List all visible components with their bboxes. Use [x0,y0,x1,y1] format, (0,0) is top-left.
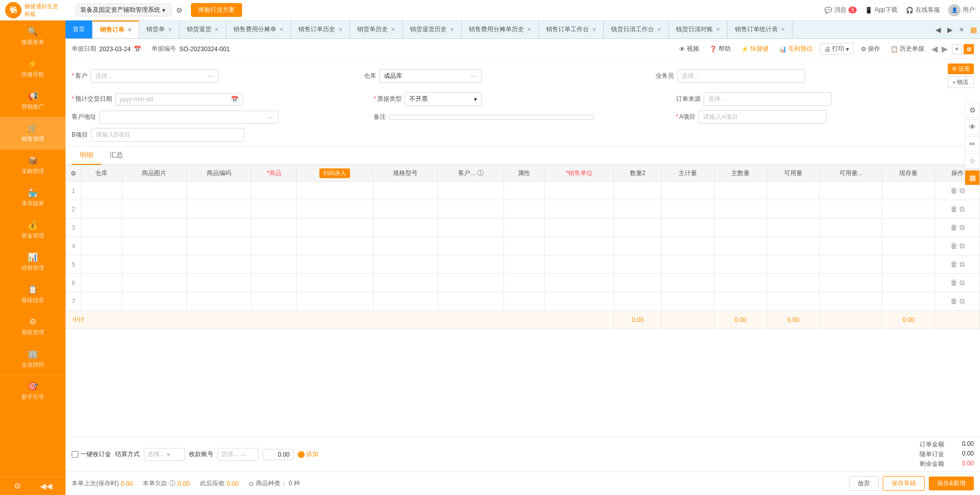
nav-tab-4[interactable]: 销售费用分摊单✕ [226,20,291,38]
copy-row-7[interactable]: ⧉ [960,297,965,306]
cell-6-2[interactable] [122,274,186,292]
cell-5-14[interactable] [819,255,882,274]
close-tab-10[interactable]: ✕ [657,27,661,32]
close-tab-9[interactable]: ✕ [592,27,596,32]
warehouse-input[interactable]: 成品库 ··· [379,69,482,83]
sidebar-item-enterprise[interactable]: 🏢企业协同 [0,343,66,375]
profit-action[interactable]: 📊 毛利预估 [776,44,816,54]
th-warehouse[interactable]: 仓库 [81,165,122,182]
app-download-button[interactable]: 📱 App下载 [865,6,898,14]
cell-7-7[interactable] [438,292,504,311]
cell-1-13[interactable] [767,182,819,200]
settings-bottom-icon[interactable]: ⚙ [14,481,21,491]
cell-1-1[interactable] [81,182,122,200]
save-draft-button[interactable]: 保存草稿 [883,476,925,491]
side-edit-btn[interactable]: ✏ [965,136,980,152]
cell-4-12[interactable] [714,237,767,255]
calendar-icon[interactable]: 📅 [134,46,141,53]
cell-6-8[interactable] [504,274,545,292]
delivery-date-input[interactable]: yyyy-mm-dd 📅 [115,93,243,105]
cell-4-13[interactable] [767,237,819,255]
copy-row-4[interactable]: ⧉ [960,242,965,250]
cell-2-11[interactable] [661,200,714,219]
th-qty2[interactable]: 数量2 [614,165,662,182]
sidebar-item-guide[interactable]: 🎯新手引导 [0,375,66,407]
cell-3-14[interactable] [819,219,882,237]
cell-3-5[interactable] [297,219,374,237]
cell-2-4[interactable] [251,200,297,219]
cell-7-13[interactable] [767,292,819,311]
side-settings-btn[interactable]: ⚙ [965,102,980,118]
history-action[interactable]: 📋 历史单据 [887,44,927,54]
nav-tab-8[interactable]: 销售费用分摊单历史✕ [462,20,539,38]
sidebar-item-marketing[interactable]: 📢营销推广 [0,85,66,117]
nav-tab-2[interactable]: 销货单✕ [139,20,180,38]
cell-4-3[interactable] [187,237,251,255]
cell-5-3[interactable] [187,255,251,274]
copy-row-6[interactable]: ⧉ [960,278,965,287]
cell-5-2[interactable] [122,255,186,274]
cell-3-3[interactable] [187,219,251,237]
cell-6-13[interactable] [767,274,819,292]
nav-tab-9[interactable]: 销售订单工作台✕ [539,20,604,38]
cell-6-5[interactable] [297,274,374,292]
cell-4-2[interactable] [122,237,186,255]
th-product-name[interactable]: *商品 [251,165,297,182]
cell-1-9[interactable] [545,182,614,200]
cell-6-9[interactable] [545,274,614,292]
cell-7-5[interactable] [297,292,374,311]
nav-next-arrow[interactable]: ▶ [944,26,956,34]
payment-method-select[interactable]: 选择... ▾ [144,448,185,461]
cell-6-12[interactable] [714,274,767,292]
cell-6-7[interactable] [438,274,504,292]
nav-tab-1[interactable]: 销售订单✕ [93,20,139,38]
th-unit[interactable]: *销售单位 [545,165,614,182]
salesperson-input[interactable]: 选择... [677,69,805,83]
cell-7-4[interactable] [251,292,297,311]
project-a-input[interactable]: 请输入A项目 [699,110,826,124]
print-action[interactable]: 🖨 打印 ▾ [820,43,854,55]
sidebar-item-inventory[interactable]: 🏪库存核算 [0,182,66,214]
cell-6-10[interactable] [614,274,662,292]
settings-panel-btn[interactable]: ⚙ 设置 [948,63,974,74]
th-spec[interactable]: 规格型号 [373,165,438,182]
copy-row-5[interactable]: ⧉ [960,260,965,269]
shortcut-action[interactable]: ⚡ 快捷键 [738,44,772,54]
sidebar-item-search[interactable]: 🔍搜索菜单 [0,20,66,53]
settings-icon[interactable]: ⚙ [176,6,183,14]
cell-7-1[interactable] [81,292,122,311]
one-click-check[interactable] [72,451,78,458]
save-new-button[interactable]: 保存&新增 [929,477,974,490]
cell-2-8[interactable] [504,200,545,219]
cell-1-6[interactable] [373,182,438,200]
side-grid-btn[interactable]: ▦ [965,170,980,185]
cell-7-6[interactable] [373,292,438,311]
one-click-checkbox[interactable]: 一键收订金 [72,450,111,459]
industry-button[interactable]: 体验行业方案 [191,3,242,17]
cell-4-5[interactable] [297,237,374,255]
cell-2-6[interactable] [373,200,438,219]
cell-5-15[interactable] [882,255,935,274]
tab-summary[interactable]: 汇总 [101,146,131,165]
nav-tab-12[interactable]: 销售订单统计表✕ [728,20,793,38]
cell-2-1[interactable] [81,200,122,219]
nav-tab-0[interactable]: 首页 [66,20,93,38]
cell-2-13[interactable] [767,200,819,219]
cell-5-8[interactable] [504,255,545,274]
user-menu[interactable]: 👤 用户 [948,4,975,16]
order-source-input[interactable]: 选择... [704,92,832,106]
cell-5-7[interactable] [438,255,504,274]
cell-3-15[interactable] [882,219,935,237]
sidebar-item-quick[interactable]: ⚡快捷导航 [0,53,66,85]
cell-7-11[interactable] [661,292,714,311]
close-tab-3[interactable]: ✕ [214,27,219,32]
sidebar-item-system[interactable]: ⚙系统管理 [0,311,66,343]
cell-1-2[interactable] [122,182,186,200]
add-button[interactable]: 🟠 添加 [297,450,318,459]
th-main-unit[interactable]: 主计量 [661,165,714,182]
cell-3-12[interactable] [714,219,767,237]
copy-row-3[interactable]: ⧉ [960,223,965,232]
th-customer-code[interactable]: 客户... ⓘ [438,165,504,182]
cell-2-12[interactable] [714,200,767,219]
cell-7-2[interactable] [122,292,186,311]
